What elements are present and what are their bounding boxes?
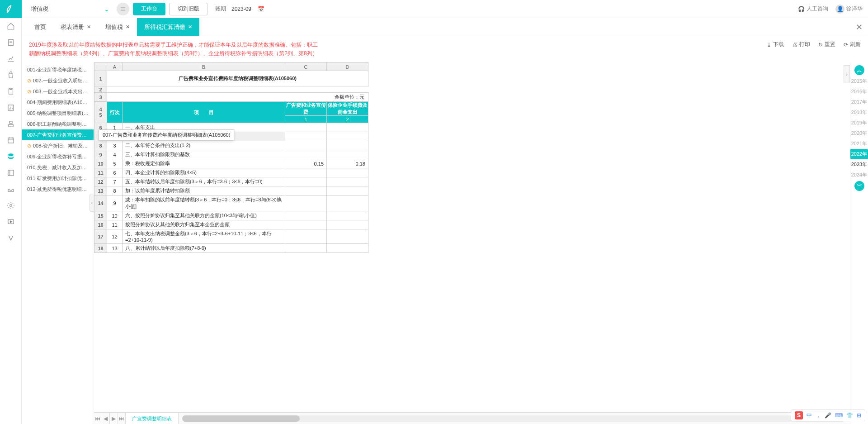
year-2024年[interactable]: 2024年	[851, 170, 867, 180]
col-header-d[interactable]: D	[327, 63, 368, 71]
year-2018年[interactable]: 2018年	[851, 107, 867, 118]
nav-chart-icon[interactable]	[0, 51, 22, 67]
print-button[interactable]: 🖨打印	[792, 41, 810, 48]
form-item-1[interactable]: ⊘002-一般企业收入明细表(A...	[22, 75, 94, 86]
sheet-nav-last[interactable]: ⏭	[118, 413, 126, 424]
ime-lang[interactable]: 中	[807, 412, 812, 419]
form-item-11[interactable]: 012-减免所得税优惠明细表(...	[22, 184, 94, 195]
sheet-nav-next[interactable]: ▶	[110, 413, 118, 424]
year-2023年[interactable]: 2023年	[851, 159, 867, 170]
form-tooltip: 007-广告费和业务宣传费跨年度纳税调整明细表(A105060)	[99, 129, 234, 141]
ime-mic-icon[interactable]: 🎤	[825, 412, 831, 419]
row-header[interactable]: 10	[94, 159, 107, 168]
row-header[interactable]: 18	[94, 244, 107, 253]
ime-skin-icon[interactable]: 👕	[846, 412, 853, 419]
support-link[interactable]: 🎧人工咨询	[798, 5, 828, 13]
year-2017年[interactable]: 2017年	[851, 97, 867, 107]
tab-2[interactable]: 增值税✕	[98, 18, 137, 36]
menu-toggle-button[interactable]	[117, 3, 129, 15]
year-2022年[interactable]: 2022年	[850, 149, 868, 159]
ime-grid-icon[interactable]: ⊞	[857, 412, 861, 419]
row-header[interactable]: 13	[94, 186, 107, 195]
tax-type-select[interactable]: 增值税 ⌄	[27, 3, 113, 15]
refresh-icon: ⟳	[844, 42, 848, 48]
row-header[interactable]: 15	[94, 211, 107, 220]
sheet-tab[interactable]: 广宣费调整明细表	[126, 413, 179, 424]
calendar-icon[interactable]: 📅	[258, 6, 264, 12]
download-icon: ⤓	[767, 42, 771, 48]
reset-button[interactable]: ↻重置	[818, 41, 835, 48]
form-item-7[interactable]: ⊘008-资产折旧、摊销及纳税...	[22, 140, 94, 151]
tab-1[interactable]: 税表清册✕	[53, 18, 98, 36]
col-header-b[interactable]: B	[123, 63, 285, 71]
year-scroll-up[interactable]: ︽	[854, 65, 864, 75]
year-2016年[interactable]: 2016年	[851, 86, 867, 97]
ime-logo-icon[interactable]: S	[795, 411, 803, 419]
form-item-6[interactable]: 007-广告费和业务宣传费跨...	[22, 129, 94, 140]
form-item-4[interactable]: 005-纳税调整项目明细表(A1...	[22, 108, 94, 119]
sheet-nav-prev[interactable]: ◀	[102, 413, 110, 424]
tab-0[interactable]: 首页	[27, 18, 53, 36]
form-item-5[interactable]: 006-职工薪酬纳税调整明细...	[22, 119, 94, 129]
year-scroll-down[interactable]: ︾	[854, 181, 864, 191]
close-all-tabs-button[interactable]: ✕	[856, 22, 863, 32]
nav-calendar-icon[interactable]	[0, 132, 22, 148]
ime-keyboard-icon[interactable]: ⌨	[835, 412, 843, 419]
year-2020年[interactable]: 2020年	[851, 128, 867, 138]
print-icon: 🖨	[792, 42, 797, 48]
form-item-8[interactable]: 009-企业所得税弥补亏损明...	[22, 151, 94, 162]
nav-bag-icon[interactable]	[0, 67, 22, 83]
chevron-down-icon: ⌄	[104, 5, 109, 13]
nav-doc-icon[interactable]	[0, 34, 22, 51]
spreadsheet[interactable]: ABCD 1广告费和业务宣传费跨年度纳税调整明细表(A105060) 2 3金额…	[94, 62, 850, 412]
col-header-a[interactable]: A	[107, 63, 123, 71]
row-header[interactable]: 16	[94, 220, 107, 229]
row-header[interactable]: 12	[94, 177, 107, 186]
nav-tax-icon[interactable]	[0, 148, 22, 165]
tab-close-icon[interactable]: ✕	[126, 24, 130, 30]
row-header[interactable]: 8	[94, 141, 107, 150]
nav-settings-icon[interactable]	[0, 197, 22, 214]
topbar: 增值税 ⌄ 工作台 切到旧版 账期 2023-09 📅 🎧人工咨询 👤徐泽华	[22, 0, 868, 18]
expand-panel-button[interactable]: ›	[844, 65, 850, 83]
year-2021年[interactable]: 2021年	[851, 138, 867, 149]
tab-close-icon[interactable]: ✕	[188, 24, 192, 30]
form-item-3[interactable]: 004-期间费用明细表(A1040...	[22, 97, 94, 108]
row-header[interactable]: 11	[94, 168, 107, 177]
nav-inbox-icon[interactable]	[0, 181, 22, 197]
tab-3[interactable]: 所得税汇算清缴✕	[137, 18, 199, 36]
form-item-10[interactable]: 011-研发费用加计扣除优惠...	[22, 173, 94, 184]
nav-archive-icon[interactable]	[0, 165, 22, 181]
nav-video-icon[interactable]	[0, 214, 22, 230]
workbench-button[interactable]: 工作台	[133, 3, 165, 15]
old-version-button[interactable]: 切到旧版	[169, 3, 208, 15]
user-menu[interactable]: 👤徐泽华	[835, 5, 863, 14]
horizontal-scrollbar[interactable]	[179, 413, 850, 424]
form-item-2[interactable]: ⊘003-一般企业成本支出明细...	[22, 86, 94, 97]
tab-close-icon[interactable]: ✕	[87, 24, 91, 30]
nav-stamp-icon[interactable]	[0, 116, 22, 132]
nav-home-icon[interactable]	[0, 18, 22, 34]
nav-clipboard-icon[interactable]	[0, 83, 22, 100]
refresh-button[interactable]: ⟳刷新	[844, 41, 861, 48]
reset-icon: ↻	[818, 42, 823, 48]
ime-punct[interactable]: ，	[816, 412, 821, 419]
period-value[interactable]: 2023-09	[231, 6, 251, 12]
header-rownum: 行次	[107, 102, 123, 123]
row-header[interactable]: 9	[94, 150, 107, 159]
year-2019年[interactable]: 2019年	[851, 118, 867, 128]
sheet-nav-first[interactable]: ⏮	[94, 413, 102, 424]
year-rail: ︽ 2015年2016年2017年2018年2019年2020年2021年202…	[850, 62, 868, 424]
form-item-9[interactable]: 010-免税、减计收入及加计...	[22, 162, 94, 173]
sheet-footer: ⏮ ◀ ▶ ⏭ 广宣费调整明细表	[94, 412, 850, 424]
row-header[interactable]: 14	[94, 195, 107, 211]
download-button[interactable]: ⤓下载	[767, 41, 784, 48]
nav-v-icon[interactable]	[0, 230, 22, 246]
notice-text: 2019年度涉及取以前年度结转数据的申报表单元格需要手工维护正确，才能保证本年及…	[29, 41, 318, 58]
row-header[interactable]: 17	[94, 229, 107, 244]
nav-report-icon[interactable]	[0, 100, 22, 116]
year-2015年[interactable]: 2015年	[851, 76, 867, 86]
form-item-0[interactable]: 001-企业所得税年度纳税申...	[22, 64, 94, 75]
col-header-c[interactable]: C	[285, 63, 327, 71]
collapse-sidebar-button[interactable]: ‹	[90, 194, 94, 212]
